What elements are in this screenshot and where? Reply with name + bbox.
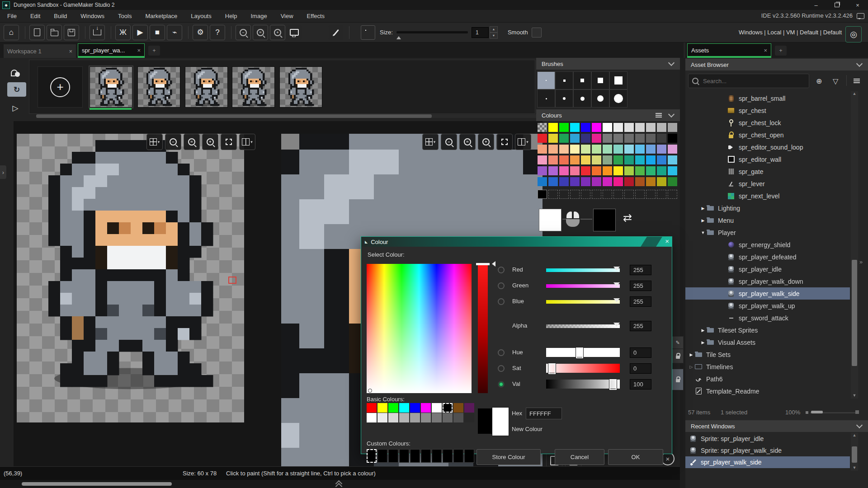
build-target-label[interactable]: Windows | Local | VM | Default | Default <box>739 29 842 36</box>
asset-menu-icon[interactable] <box>854 79 860 80</box>
palette-swatch[interactable] <box>657 155 666 164</box>
palette-swatch[interactable] <box>657 177 666 186</box>
dialog-custom-slot[interactable] <box>453 449 463 463</box>
asset-tree-item[interactable]: spr_barrel_small <box>685 92 850 104</box>
stop-button[interactable]: ■ <box>150 25 165 40</box>
basic-colour-swatch[interactable] <box>399 413 409 422</box>
close-tab-icon[interactable]: × <box>764 47 767 54</box>
palette-swatch[interactable] <box>657 134 666 143</box>
palette-swatch[interactable] <box>613 177 623 186</box>
palette-swatch[interactable] <box>603 166 612 175</box>
palette-swatch[interactable] <box>559 155 569 164</box>
palette-swatch[interactable] <box>592 123 601 132</box>
palette-swatch[interactable] <box>624 123 634 132</box>
asset-tree-item[interactable]: ▶Menu <box>685 214 850 226</box>
scroll-up-icon[interactable]: ▲ <box>851 433 858 437</box>
brush-size-slider[interactable] <box>396 31 468 33</box>
asset-tree-item[interactable]: spr_chest_lock <box>685 117 850 129</box>
minimize-button[interactable]: – <box>806 0 826 10</box>
zoom-slider-min[interactable] <box>806 411 808 414</box>
export-button[interactable] <box>90 25 105 40</box>
size-decrement-button[interactable]: ▼ <box>490 33 498 39</box>
menu-layouts[interactable]: Layouts <box>191 13 212 19</box>
palette-swatch[interactable] <box>657 145 666 154</box>
custom-colour-slot[interactable] <box>603 190 612 199</box>
slider-track-val[interactable] <box>546 380 620 389</box>
palette-swatch[interactable] <box>538 145 547 154</box>
menu-help[interactable]: Help <box>225 13 237 19</box>
slider-handle-icon[interactable] <box>576 347 583 358</box>
dialog-custom-slot[interactable] <box>377 449 387 463</box>
brush-square-2[interactable] <box>537 71 555 89</box>
slider-value[interactable]: 255 <box>630 321 651 331</box>
zoom-slider-max[interactable] <box>855 410 859 414</box>
palette-swatch[interactable] <box>559 134 569 143</box>
brush-square-8[interactable] <box>573 71 591 89</box>
palette-swatch[interactable] <box>592 155 601 164</box>
palette-swatch[interactable] <box>603 145 612 154</box>
radio-blue[interactable] <box>498 298 505 305</box>
palette-swatch[interactable] <box>635 123 645 132</box>
frame-canvas[interactable] <box>138 67 180 107</box>
basic-colour-swatch[interactable] <box>443 413 453 422</box>
tree-arrow-icon[interactable]: ▷ <box>688 365 694 369</box>
basic-colour-swatch[interactable] <box>421 413 431 422</box>
asset-tree-item[interactable]: ▶Tileset Sprites <box>685 324 850 336</box>
custom-colour-slot[interactable] <box>570 190 580 199</box>
asset-tree-item[interactable]: spr_energy_shield <box>685 239 850 251</box>
tab-sprite-editor[interactable]: spr_player_wa...× <box>78 43 145 56</box>
brush-round-6[interactable] <box>555 89 573 108</box>
custom-colour-slot[interactable] <box>635 190 645 199</box>
tree-arrow-icon[interactable]: ▶ <box>688 352 694 357</box>
palette-swatch[interactable] <box>624 134 634 143</box>
slider-track-hue[interactable] <box>546 348 620 357</box>
frame-thumbnail-2[interactable] <box>137 66 180 108</box>
debug-button[interactable]: Ж <box>115 25 131 40</box>
asset-tree-item[interactable]: ▶Lighting <box>685 202 850 214</box>
palette-swatch[interactable] <box>559 177 569 186</box>
split-view-button[interactable]: ▾ <box>515 134 531 150</box>
menu-marketplace[interactable]: Marketplace <box>145 13 177 19</box>
search-input[interactable] <box>702 77 794 85</box>
hex-input[interactable]: FFFFFF <box>526 408 562 419</box>
palette-swatch[interactable] <box>548 123 558 132</box>
slider-handle-icon[interactable] <box>613 267 620 274</box>
tree-arrow-icon[interactable]: ▶ <box>700 340 706 345</box>
basic-colour-swatch[interactable] <box>464 403 474 413</box>
menu-effects[interactable]: Effects <box>307 13 325 19</box>
run-button[interactable]: ▶ <box>132 25 148 40</box>
frame-thumbnail-5[interactable] <box>279 66 322 108</box>
palette-swatch[interactable] <box>538 134 547 143</box>
home-button[interactable]: ⌂ <box>4 25 19 40</box>
brush-round-9[interactable] <box>573 89 591 108</box>
scroll-up-icon[interactable]: ▲ <box>851 91 858 96</box>
menu-file[interactable]: File <box>7 13 17 19</box>
palette-swatch[interactable] <box>538 155 547 164</box>
slider-track-sat[interactable] <box>546 364 620 373</box>
asset-tree-item[interactable]: spr_editor_sound_loop <box>685 141 850 153</box>
recent-window-item[interactable]: Sprite: spr_player_idle <box>685 433 850 445</box>
custom-colour-slot[interactable] <box>559 190 569 199</box>
zoom-out-button[interactable]: − <box>236 25 251 40</box>
basic-colour-swatch[interactable] <box>388 403 398 413</box>
palette-swatch[interactable] <box>548 145 558 154</box>
dialog-custom-slot[interactable] <box>432 449 442 463</box>
scrollbar-thumb[interactable] <box>852 260 857 366</box>
brush-size-value[interactable]: 1 <box>472 27 489 38</box>
palette-swatch[interactable] <box>646 166 656 175</box>
palette-swatch[interactable] <box>624 166 634 175</box>
dialog-custom-slot[interactable] <box>443 449 453 463</box>
tree-arrow-icon[interactable]: ▶ <box>700 218 706 223</box>
dialog-custom-slot[interactable] <box>388 449 398 463</box>
caret-down-icon[interactable]: ▾ <box>434 140 436 144</box>
palette-swatch[interactable] <box>592 177 601 186</box>
dialog-custom-slot[interactable] <box>464 449 474 463</box>
zoom-reset-canvas-button[interactable]: = <box>459 134 476 150</box>
menu-image[interactable]: Image <box>251 13 267 19</box>
tree-arrow-icon[interactable]: ▶ <box>700 206 706 211</box>
palette-swatch[interactable] <box>635 145 645 154</box>
layer-lock-button-2[interactable] <box>672 369 684 390</box>
palette-swatch[interactable] <box>548 134 558 143</box>
custom-colour-slot[interactable] <box>538 190 547 199</box>
custom-colour-slot[interactable] <box>613 190 623 199</box>
